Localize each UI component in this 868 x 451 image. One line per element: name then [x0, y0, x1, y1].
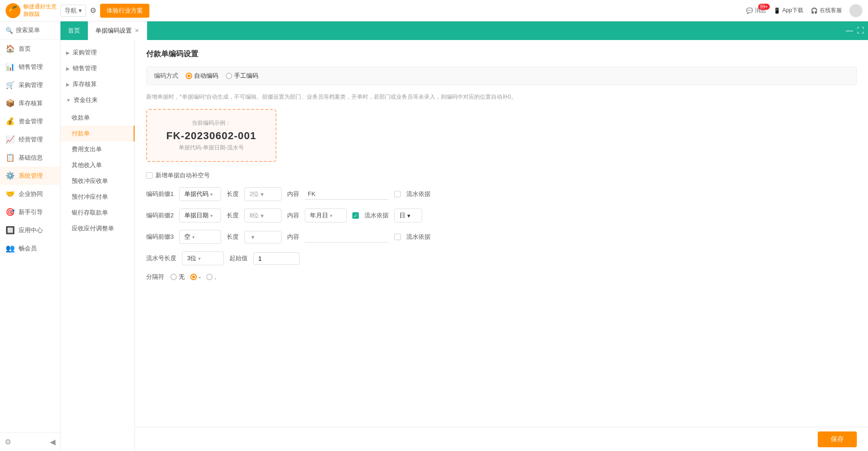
submenu-capital-items: 收款单 付款单 费用支出单 其他收入单 预收冲应收单 [61, 108, 135, 238]
avatar[interactable] [849, 4, 862, 17]
sidebar-search[interactable]: 🔍 搜索菜单 [0, 21, 60, 40]
minimize-icon[interactable]: — [846, 27, 853, 35]
nav-dropdown[interactable]: 导航 ▾ [61, 5, 86, 17]
sidebar-item-member-label: 畅会员 [19, 244, 37, 253]
sidebar-item-inventory-label: 库存核算 [19, 99, 43, 108]
prefix2-cascade-select[interactable]: 日 ▾ [394, 209, 422, 222]
sidebar-item-inventory[interactable]: 📦 库存核算 [0, 94, 60, 112]
tab-home-label: 首页 [68, 27, 80, 35]
preview-code: FK-20230602-001 [166, 130, 256, 142]
prefix1-arrow-icon: ▾ [210, 192, 213, 197]
prefix3-serial-checkbox[interactable] [394, 234, 401, 240]
sidebar-item-basic[interactable]: 📋 基础信息 [0, 148, 60, 167]
prefix3-length-label: 长度 [227, 233, 239, 241]
submenu-item-other-income[interactable]: 其他收入单 [61, 157, 135, 173]
app-download-button[interactable]: 📱 App下载 [774, 7, 803, 14]
submenu-item-advance-receivable[interactable]: 预收冲应收单 [61, 173, 135, 189]
prefix3-content-input[interactable] [305, 231, 389, 242]
tab-close-icon[interactable]: ✕ [135, 27, 139, 34]
message-button[interactable]: 💬 消息 99+ [746, 7, 766, 14]
prefix2-length-select[interactable]: 8位 ▾ [244, 209, 282, 222]
sidebar-item-purchase-label: 采购管理 [19, 81, 43, 89]
submenu-item-receipt[interactable]: 收款单 [61, 110, 135, 126]
sidebar-item-sales[interactable]: 📊 销售管理 [0, 58, 60, 76]
encoding-method-row: 编码方式 自动编码 手工编码 [146, 67, 857, 85]
serial-length-select[interactable]: 3位 ▾ [182, 251, 224, 265]
submenu-item-payment[interactable]: 付款单 [61, 126, 135, 141]
sep-dash-option[interactable]: - [190, 274, 201, 281]
prefix2-content-select[interactable]: 年月日 ▾ [305, 209, 347, 222]
experience-button[interactable]: 体验行业方案 [100, 4, 149, 18]
prefix2-length-arrow: ▾ [261, 212, 264, 219]
prefix3-select[interactable]: 空 ▾ [179, 230, 221, 244]
prefix1-content-input[interactable] [305, 188, 389, 200]
submenu-item-bank-deposit[interactable]: 银行存取款单 [61, 205, 135, 221]
sidebar-item-basic-label: 基础信息 [19, 154, 43, 162]
manual-encode-option[interactable]: 手工编码 [226, 72, 258, 80]
submenu-group-sales: ▶ 销售管理 [61, 61, 135, 76]
logo-icon: 🍊 [6, 3, 20, 18]
prefix3-length-select[interactable]: ▾ [244, 231, 282, 243]
prefix1-select-value: 单据代码 [184, 190, 209, 198]
submenu-inventory-label: 库存核算 [73, 80, 97, 88]
chevron-right-icon: ▶ [66, 50, 70, 55]
sidebar-item-finance[interactable]: 💰 资金管理 [0, 112, 60, 130]
submenu-group-capital-title[interactable]: ▼ 资金往来 [61, 92, 135, 108]
collapse-icon[interactable]: ◀ [50, 438, 55, 446]
sep-dot-option[interactable]: . [206, 274, 216, 281]
auto-fill-label: 新增单据自动补空号 [155, 171, 210, 180]
prefix2-serial-checkbox[interactable]: ✓ [352, 212, 359, 219]
submenu-group-purchase-title[interactable]: ▶ 采购管理 [61, 45, 135, 61]
submenu-group-purchase: ▶ 采购管理 [61, 45, 135, 61]
sidebar-item-system-label: 系统管理 [19, 172, 43, 180]
submenu-item-expense[interactable]: 费用支出单 [61, 141, 135, 157]
page-title: 付款单编码设置 [146, 49, 857, 59]
auto-fill-checkbox[interactable] [146, 172, 153, 179]
inventory-icon: 📦 [6, 99, 15, 108]
prefix2-content-label: 内容 [287, 211, 299, 220]
prefix2-select-value: 单据日期 [184, 211, 209, 220]
sidebar-item-sales-label: 销售管理 [19, 63, 43, 71]
submenu-item-ar-ap-adjust[interactable]: 应收应付调整单 [61, 221, 135, 236]
prefix1-serial-checkbox[interactable] [394, 191, 401, 197]
tab-encoding[interactable]: 单据编码设置 ✕ [88, 21, 147, 40]
start-value-input[interactable] [253, 252, 300, 265]
submenu-group-inventory-title[interactable]: ▶ 库存核算 [61, 76, 135, 92]
main-layout: 🔍 搜索菜单 🏠 首页 📊 销售管理 🛒 采购管理 📦 库存核算 💰 资 [0, 21, 868, 451]
system-icon: ⚙️ [6, 171, 15, 180]
sidebar-item-member[interactable]: 👥 畅会员 [0, 239, 60, 257]
sidebar-item-enterprise[interactable]: 🤝 企业协同 [0, 185, 60, 203]
sidebar-item-home-label: 首页 [19, 45, 31, 53]
settings-bottom-icon[interactable]: ⚙ [5, 438, 11, 446]
prefix2-select[interactable]: 单据日期 ▾ [179, 209, 221, 222]
sidebar-item-operation[interactable]: 📈 经营管理 [0, 130, 60, 148]
submenu-group-capital: ▼ 资金往来 收款单 付款单 费用支出单 [61, 92, 135, 238]
gear-icon[interactable]: ⚙ [90, 6, 96, 15]
prefix3-select-value: 空 [184, 233, 190, 241]
sidebar-item-home[interactable]: 🏠 首页 [0, 40, 60, 58]
sidebar-item-operation-label: 经营管理 [19, 135, 43, 144]
prefix2-label: 编码前缀2 [146, 211, 174, 220]
form-area: 付款单编码设置 编码方式 自动编码 [135, 40, 868, 427]
app-download-label: App下载 [782, 7, 803, 14]
sidebar-item-system[interactable]: ⚙️ 系统管理 [0, 167, 60, 185]
sidebar-item-apps[interactable]: 🔲 应用中心 [0, 221, 60, 239]
submenu-group-sales-title[interactable]: ▶ 销售管理 [61, 61, 135, 76]
prefix1-length-label: 长度 [227, 190, 239, 198]
tab-home[interactable]: 首页 [61, 21, 88, 40]
online-service-button[interactable]: 🎧 在线客服 [811, 7, 842, 14]
auto-fill-row: 新增单据自动补空号 [146, 171, 857, 180]
encoding-method-label: 编码方式 [154, 72, 178, 80]
sidebar-item-purchase[interactable]: 🛒 采购管理 [0, 76, 60, 94]
expand-icon[interactable]: ⛶ [857, 27, 864, 35]
tab-bar-right: — ⛶ [846, 27, 868, 35]
sep-none-option[interactable]: 无 [170, 273, 185, 281]
submenu-item-advance-payable[interactable]: 预付冲应付单 [61, 189, 135, 205]
auto-encode-option[interactable]: 自动编码 [186, 72, 218, 80]
save-button[interactable]: 保存 [818, 431, 857, 447]
prefix1-length-select[interactable]: 2位 ▾ [244, 187, 282, 201]
sidebar-item-guide[interactable]: 🎯 新手引导 [0, 203, 60, 221]
search-icon: 🔍 [6, 27, 13, 34]
prefix1-select[interactable]: 单据代码 ▾ [179, 187, 221, 201]
home-icon: 🏠 [6, 44, 15, 53]
